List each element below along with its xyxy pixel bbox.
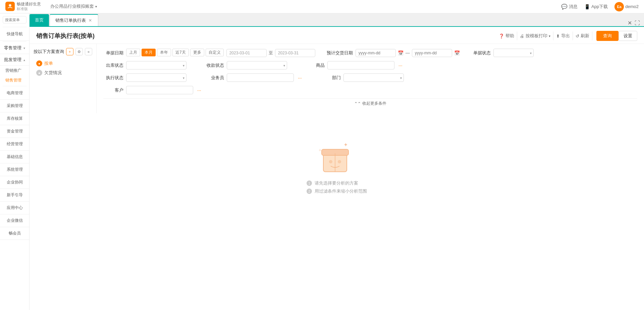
template-print-label: 按模板打印: [526, 33, 547, 39]
sidebar-item-wholesale[interactable]: 批发管理 ▴: [0, 54, 29, 66]
salesperson-more-icon[interactable]: ···: [297, 75, 303, 81]
expected-date-range-sep: —: [406, 50, 410, 55]
sidebar-item-corp-wechat[interactable]: 企业微信: [0, 214, 29, 227]
goods-more-icon[interactable]: ···: [397, 63, 404, 68]
help-btn[interactable]: ❓ 帮助: [496, 32, 517, 40]
logo-svg: [7, 3, 13, 9]
filter-sidebar-icons: + ⚙ «: [66, 48, 92, 55]
collect-status-select[interactable]: [227, 61, 287, 69]
date-tag-last-month[interactable]: 上月: [126, 49, 140, 56]
refresh-label: 刷新: [581, 33, 589, 39]
basic-label: 基础信息: [7, 154, 23, 159]
filter-sidebar: 按以下方案查询 + ⚙ «: [30, 44, 97, 113]
date-tag-this-year[interactable]: 本年: [157, 49, 171, 56]
sidebar-search-area: [0, 13, 29, 26]
sidebar-item-app-center[interactable]: 应用中心: [0, 202, 29, 214]
print-arrow-icon: ▾: [549, 34, 550, 38]
search-input[interactable]: [3, 16, 26, 23]
sidebar-item-marketing[interactable]: 营销推广: [0, 66, 29, 75]
calendar-start-icon[interactable]: 📅: [398, 50, 404, 56]
header-selector[interactable]: 办公用品行业模拟账套 ▾: [50, 3, 97, 9]
page-content: 销售订单执行表(按单) ❓ 帮助 🖨 按模板打印 ▾ ⬆: [30, 27, 644, 310]
exec-status-select-wrapper: [126, 73, 186, 82]
username-label: demo2: [625, 4, 639, 9]
export-btn[interactable]: ⬆ 导出: [553, 32, 573, 40]
message-btn[interactable]: 💬 消息: [561, 4, 578, 10]
retail-label: 零售管理: [4, 45, 21, 51]
logo-icon: [5, 2, 15, 11]
filter-item-按单[interactable]: ● 按单: [34, 59, 92, 68]
tab-maximize-action[interactable]: ⛶: [635, 20, 640, 26]
calendar-end-icon[interactable]: 📅: [454, 50, 460, 56]
sidebar-item-corp-collab[interactable]: 企业协同: [0, 176, 29, 189]
message-icon: 💬: [561, 4, 568, 10]
tab-bar-actions: ✕ ⛶: [628, 20, 644, 26]
add-filter-btn[interactable]: +: [66, 48, 73, 55]
customer-input[interactable]: [126, 86, 193, 94]
salesperson-input[interactable]: [227, 73, 294, 82]
collapse-label: 收起更多条件: [362, 101, 386, 106]
date-tag-this-month[interactable]: 本月: [142, 49, 156, 56]
department-select-wrapper: [343, 73, 404, 82]
tab-sales-exec[interactable]: 销售订单执行表 ✕: [50, 14, 98, 26]
marketing-label: 营销推广: [5, 68, 21, 73]
sidebar-item-quick-nav[interactable]: 快捷导航: [0, 28, 29, 41]
sidebar-item-ecommerce[interactable]: 电商管理: [0, 87, 29, 100]
refresh-btn[interactable]: ↺ 刷新: [573, 32, 592, 40]
query-button[interactable]: 查询: [596, 31, 619, 41]
goods-label: 商品: [305, 62, 325, 68]
order-status-select[interactable]: [493, 49, 534, 57]
date-end-input[interactable]: [275, 49, 315, 57]
date-tag-7days[interactable]: 近7天: [172, 49, 189, 56]
empty-state: ✦ ✧ 请先选择要分析的方案: [30, 113, 644, 223]
goods-input[interactable]: [327, 61, 394, 69]
date-tag-custom[interactable]: 自定义: [206, 49, 224, 56]
tab-close-icon[interactable]: ✕: [88, 17, 93, 23]
filter-item-欠货情况[interactable]: ● 欠货情况: [34, 68, 92, 78]
sidebar-item-system[interactable]: 系统管理: [0, 163, 29, 176]
page-inner: 销售订单执行表(按单) ❓ 帮助 🖨 按模板打印 ▾ ⬆: [30, 27, 644, 310]
tab-home[interactable]: 首页: [30, 14, 49, 26]
tab-close-action[interactable]: ✕: [628, 20, 632, 26]
department-select[interactable]: [343, 73, 404, 82]
sidebar-item-retail[interactable]: 零售管理 ▾: [0, 42, 29, 54]
filter-area: 按以下方案查询 + ⚙ «: [30, 44, 644, 113]
hint-1-text: 请先选择要分析的方案: [315, 180, 358, 186]
sidebar-item-member[interactable]: 畅会员: [0, 227, 29, 240]
customer-label: 客户: [103, 87, 123, 93]
sidebar-item-inventory[interactable]: 库存核算: [0, 112, 29, 125]
out-status-label: 出库状态: [103, 62, 123, 68]
filter-sidebar-title: 按以下方案查询 + ⚙ «: [34, 48, 92, 55]
out-status-select[interactable]: [126, 61, 186, 69]
sidebar-item-operations[interactable]: 经营管理: [0, 138, 29, 151]
expected-date-start-input[interactable]: [356, 49, 396, 57]
sidebar-item-basic[interactable]: 基础信息: [0, 151, 29, 163]
app-download-btn[interactable]: 📱 App下载: [584, 4, 608, 10]
sales-label: 销售管理: [5, 78, 21, 83]
settings-button[interactable]: 设置: [619, 31, 637, 41]
collapse-icon: «: [88, 50, 90, 54]
empty-hint-1: 请先选择要分析的方案: [307, 180, 367, 186]
user-profile[interactable]: Ea demo2: [614, 2, 639, 11]
sidebar-item-purchase[interactable]: 采购管理: [0, 100, 29, 112]
sidebar-item-sales[interactable]: 销售管理: [0, 75, 29, 85]
corp-wechat-label: 企业微信: [7, 218, 23, 223]
expected-date-end-input[interactable]: [412, 49, 452, 57]
filter-settings-btn[interactable]: ⚙: [75, 48, 83, 55]
filter-field-order-status: 单据状态: [471, 49, 534, 57]
tab-sales-exec-label: 销售订单执行表: [55, 17, 86, 23]
template-print-btn[interactable]: 🖨 按模板打印 ▾: [517, 32, 553, 40]
collapse-filter-conditions-btn[interactable]: ⌃⌃ 收起更多条件: [103, 98, 637, 108]
empty-text-list: 请先选择要分析的方案 用过滤条件来缩小分析范围: [307, 180, 367, 196]
filter-field-collect-status: 收款状态: [204, 61, 287, 69]
sidebar-item-newbie[interactable]: 新手引导: [0, 189, 29, 202]
date-tag-more[interactable]: 更多: [190, 49, 204, 56]
empty-illustration: ✦ ✧: [317, 140, 357, 173]
exec-status-select[interactable]: [126, 73, 186, 82]
sidebar-item-finance[interactable]: 资金管理: [0, 125, 29, 138]
customer-more-icon[interactable]: ···: [196, 88, 203, 93]
date-start-input[interactable]: [226, 49, 267, 57]
collapse-filter-btn[interactable]: «: [85, 48, 92, 55]
ecommerce-label: 电商管理: [7, 91, 23, 95]
logo-text-block: 畅捷通好生意 标准版: [17, 2, 41, 11]
